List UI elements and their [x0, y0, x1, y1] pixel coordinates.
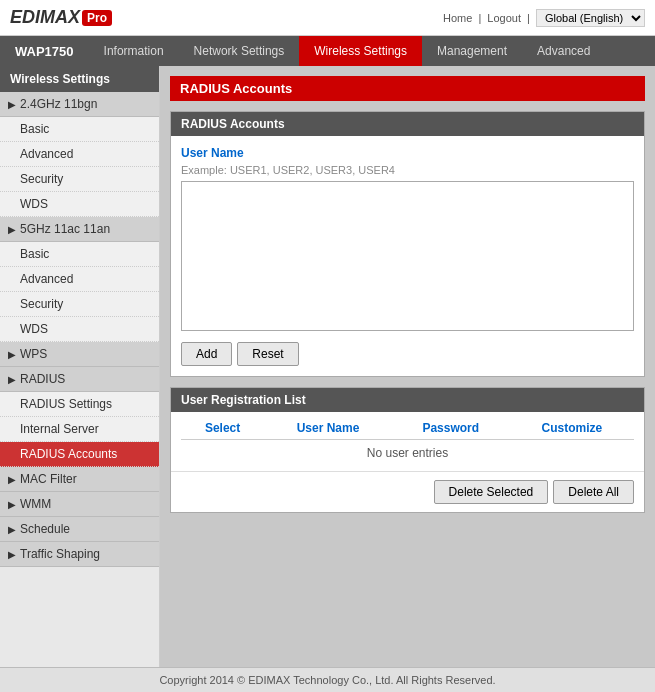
sidebar-item-5ghz-basic[interactable]: Basic: [0, 242, 159, 267]
footer: Copyright 2014 © EDIMAX Technology Co., …: [0, 667, 655, 692]
delete-all-button[interactable]: Delete All: [553, 480, 634, 504]
sidebar-parent-5ghz-label: 5GHz 11ac 11an: [20, 222, 110, 236]
arrow-icon: ▶: [8, 374, 16, 385]
arrow-icon: ▶: [8, 224, 16, 235]
sidebar-parent-radius-label: RADIUS: [20, 372, 65, 386]
delete-selected-button[interactable]: Delete Selected: [434, 480, 549, 504]
sidebar-parent-2ghz[interactable]: ▶ 2.4GHz 11bgn: [0, 92, 159, 117]
no-entries-row: No user entries: [181, 440, 634, 467]
arrow-icon: ▶: [8, 524, 16, 535]
radius-accounts-header: RADIUS Accounts: [171, 112, 644, 136]
page-title: RADIUS Accounts: [170, 76, 645, 101]
sidebar-parent-wps[interactable]: ▶ WPS: [0, 342, 159, 367]
sidebar-item-5ghz-advanced[interactable]: Advanced: [0, 267, 159, 292]
arrow-icon: ▶: [8, 99, 16, 110]
nav-tab-network-settings[interactable]: Network Settings: [179, 36, 300, 66]
table-header-row: Select User Name Password Customize: [181, 417, 634, 440]
user-table: Select User Name Password Customize No u…: [181, 417, 634, 466]
sidebar-parent-traffic-shaping-label: Traffic Shaping: [20, 547, 100, 561]
nav-tab-advanced[interactable]: Advanced: [522, 36, 605, 66]
sidebar-item-2ghz-basic[interactable]: Basic: [0, 117, 159, 142]
logout-link[interactable]: Logout: [487, 12, 521, 24]
col-username: User Name: [264, 417, 392, 440]
content-area: RADIUS Accounts RADIUS Accounts User Nam…: [160, 66, 655, 667]
username-label: User Name: [181, 146, 634, 160]
sidebar-group-2ghz: ▶ 2.4GHz 11bgn Basic Advanced Security W…: [0, 92, 159, 217]
action-buttons: Add Reset: [181, 342, 634, 366]
user-registration-box: User Registration List Select User Name …: [170, 387, 645, 513]
sidebar-item-radius-accounts[interactable]: RADIUS Accounts: [0, 442, 159, 467]
sidebar-group-wps: ▶ WPS: [0, 342, 159, 367]
footer-text: Copyright 2014 © EDIMAX Technology Co., …: [159, 674, 495, 686]
username-textarea[interactable]: [181, 181, 634, 331]
radius-accounts-box: RADIUS Accounts User Name Example: USER1…: [170, 111, 645, 377]
sidebar-item-radius-settings[interactable]: RADIUS Settings: [0, 392, 159, 417]
col-select: Select: [181, 417, 264, 440]
sidebar-group-mac-filter: ▶ MAC Filter: [0, 467, 159, 492]
sidebar-group-traffic-shaping: ▶ Traffic Shaping: [0, 542, 159, 567]
sidebar-parent-schedule[interactable]: ▶ Schedule: [0, 517, 159, 542]
no-entries-text: No user entries: [181, 440, 634, 467]
nav-tab-wireless-settings[interactable]: Wireless Settings: [299, 36, 422, 66]
col-password: Password: [392, 417, 510, 440]
sidebar-parent-schedule-label: Schedule: [20, 522, 70, 536]
sidebar-item-5ghz-wds[interactable]: WDS: [0, 317, 159, 342]
logo-pro-badge: Pro: [82, 10, 112, 26]
header: EDIMAX Pro Home | Logout | Global (Engli…: [0, 0, 655, 36]
sidebar-parent-wmm-label: WMM: [20, 497, 51, 511]
arrow-icon: ▶: [8, 549, 16, 560]
model-label: WAP1750: [0, 44, 89, 59]
sidebar-parent-wps-label: WPS: [20, 347, 47, 361]
nav-tabs: Information Network Settings Wireless Se…: [89, 36, 606, 66]
username-hint: Example: USER1, USER2, USER3, USER4: [181, 164, 634, 176]
language-select[interactable]: Global (English): [536, 9, 645, 27]
user-registration-header: User Registration List: [171, 388, 644, 412]
logo: EDIMAX Pro: [10, 7, 112, 28]
col-customize: Customize: [510, 417, 634, 440]
sidebar-item-internal-server[interactable]: Internal Server: [0, 417, 159, 442]
radius-accounts-body: User Name Example: USER1, USER2, USER3, …: [171, 136, 644, 376]
sidebar-item-2ghz-wds[interactable]: WDS: [0, 192, 159, 217]
sidebar-parent-2ghz-label: 2.4GHz 11bgn: [20, 97, 97, 111]
sidebar-parent-traffic-shaping[interactable]: ▶ Traffic Shaping: [0, 542, 159, 567]
sidebar-parent-mac-filter-label: MAC Filter: [20, 472, 77, 486]
add-button[interactable]: Add: [181, 342, 232, 366]
logo-edimax-text: EDIMAX: [10, 7, 80, 28]
sidebar-item-2ghz-security[interactable]: Security: [0, 167, 159, 192]
sidebar-group-5ghz: ▶ 5GHz 11ac 11an Basic Advanced Security…: [0, 217, 159, 342]
user-registration-body: Select User Name Password Customize No u…: [171, 412, 644, 471]
sidebar-group-schedule: ▶ Schedule: [0, 517, 159, 542]
sidebar-item-5ghz-security[interactable]: Security: [0, 292, 159, 317]
header-links: Home | Logout | Global (English): [443, 9, 645, 27]
arrow-icon: ▶: [8, 349, 16, 360]
arrow-icon: ▶: [8, 499, 16, 510]
home-link[interactable]: Home: [443, 12, 472, 24]
sidebar-group-wmm: ▶ WMM: [0, 492, 159, 517]
arrow-icon: ▶: [8, 474, 16, 485]
nav-tab-information[interactable]: Information: [89, 36, 179, 66]
sidebar-parent-wmm[interactable]: ▶ WMM: [0, 492, 159, 517]
sidebar-title: Wireless Settings: [0, 66, 159, 92]
reset-button[interactable]: Reset: [237, 342, 298, 366]
sidebar-item-2ghz-advanced[interactable]: Advanced: [0, 142, 159, 167]
main-layout: Wireless Settings ▶ 2.4GHz 11bgn Basic A…: [0, 66, 655, 667]
sidebar-parent-5ghz[interactable]: ▶ 5GHz 11ac 11an: [0, 217, 159, 242]
nav-tab-management[interactable]: Management: [422, 36, 522, 66]
nav-bar: WAP1750 Information Network Settings Wir…: [0, 36, 655, 66]
sidebar-parent-radius[interactable]: ▶ RADIUS: [0, 367, 159, 392]
sidebar-parent-mac-filter[interactable]: ▶ MAC Filter: [0, 467, 159, 492]
sidebar: Wireless Settings ▶ 2.4GHz 11bgn Basic A…: [0, 66, 160, 667]
sidebar-group-radius: ▶ RADIUS RADIUS Settings Internal Server…: [0, 367, 159, 467]
delete-buttons: Delete Selected Delete All: [171, 471, 644, 512]
